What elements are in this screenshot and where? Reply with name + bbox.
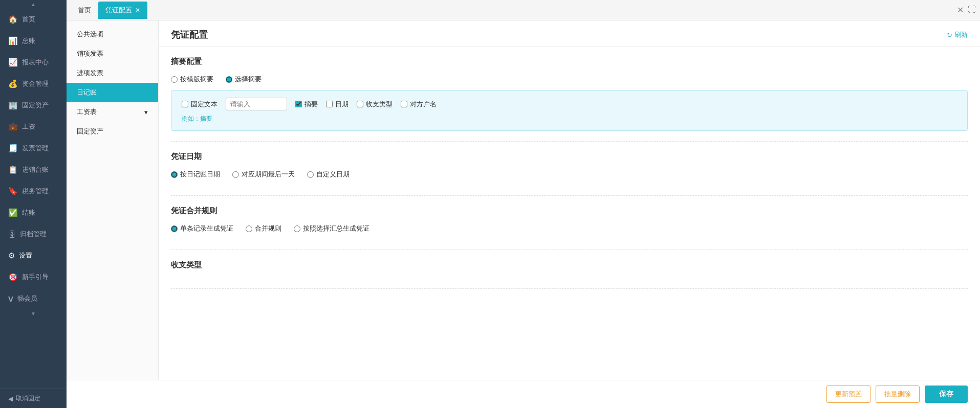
summary-example: 例如：摘要	[182, 115, 957, 123]
radio-single-record[interactable]: 单条记录生成凭证	[171, 224, 233, 233]
voucher-date-radio-group: 按日记账日期 对应期间最后一天 自定义日期	[171, 170, 968, 179]
income-type-title: 收支类型	[171, 260, 968, 270]
checkbox-date-label: 日期	[335, 100, 349, 109]
radio-custom-date[interactable]: 自定义日期	[307, 170, 350, 179]
radio-by-journal-date[interactable]: 按日记账日期	[171, 170, 220, 179]
tab-home[interactable]: 首页	[71, 2, 98, 19]
refresh-icon: ↻	[947, 31, 952, 39]
left-nav-public-options[interactable]: 公共选项	[67, 25, 158, 44]
sidebar-item-new-guide[interactable]: 🎯 新手引导	[0, 266, 67, 288]
radio-single-record-label: 单条记录生成凭证	[180, 224, 233, 233]
checkbox-counterparty-input[interactable]	[401, 101, 407, 107]
archive-icon: 🗄	[8, 230, 16, 239]
fixed-text-input[interactable]	[226, 98, 287, 110]
sidebar-label-tax-management: 税务管理	[22, 187, 49, 196]
tab-voucher-config[interactable]: 凭证配置 ✕	[98, 2, 147, 19]
window-expand-icon[interactable]: ⛶	[968, 5, 976, 15]
checkbox-fixed-text-input[interactable]	[182, 101, 188, 107]
checkbox-income-type-input[interactable]	[357, 101, 363, 107]
sidebar-item-report-center[interactable]: 📈 报表中心	[0, 52, 67, 73]
checkbox-fixed-text[interactable]: 固定文本	[182, 100, 217, 109]
summary-config-box: 固定文本 摘要 日期	[171, 90, 968, 131]
sidebar-item-settings[interactable]: ⚙ 设置	[0, 245, 67, 266]
left-nav-label-journal: 日记账	[77, 88, 97, 97]
fund-icon: 💰	[8, 79, 18, 88]
update-preview-button[interactable]: 更新预置	[826, 386, 870, 403]
radio-last-period-input[interactable]	[232, 171, 239, 178]
summary-config-title: 摘要配置	[171, 57, 968, 66]
radio-by-journal-date-input[interactable]	[171, 171, 178, 178]
sidebar-item-purchase-sales[interactable]: 📋 进销台账	[0, 159, 67, 180]
sidebar-label-general-ledger: 总账	[22, 36, 35, 46]
sidebar-item-fixed-assets[interactable]: 🏢 固定资产	[0, 95, 67, 116]
radio-template-summary[interactable]: 按模版摘要	[171, 75, 213, 84]
checkbox-date-input[interactable]	[326, 101, 333, 107]
chevron-down-icon: ▾	[144, 108, 148, 116]
sidebar-item-general-ledger[interactable]: 📊 总账	[0, 30, 67, 52]
checkbox-summary[interactable]: 摘要	[295, 100, 318, 109]
voucher-merge-title: 凭证合并规则	[171, 206, 968, 216]
left-nav-sales-invoice[interactable]: 销项发票	[67, 44, 158, 63]
sidebar-scroll-up[interactable]: ▲	[0, 0, 67, 9]
left-nav-fixed-assets[interactable]: 固定资产	[67, 122, 158, 141]
check-icon: ✅	[8, 208, 18, 217]
radio-by-selection-label: 按照选择汇总生成凭证	[303, 224, 369, 233]
sidebar-label-fixed-assets: 固定资产	[22, 101, 49, 110]
checkbox-counterparty[interactable]: 对方户名	[401, 100, 437, 109]
sidebar-item-archive[interactable]: 🗄 归档管理	[0, 223, 67, 245]
refresh-button[interactable]: ↻ 刷新	[947, 30, 968, 39]
sidebar-unpin-label: 取消固定	[16, 394, 40, 403]
sidebar-item-home[interactable]: 🏠 首页	[0, 9, 67, 30]
checkbox-summary-input[interactable]	[295, 101, 302, 107]
sidebar-label-invoice-management: 发票管理	[22, 144, 49, 153]
tab-controls: ✕ ⛶	[957, 5, 976, 15]
checkbox-date[interactable]: 日期	[326, 100, 349, 109]
summary-config-row: 固定文本 摘要 日期	[182, 98, 957, 110]
right-panel: 凭证配置 ↻ 刷新 摘要配置 按模版摘要	[159, 20, 980, 408]
sidebar-item-tax-management[interactable]: 🔖 税务管理	[0, 180, 67, 202]
voucher-date-title: 凭证日期	[171, 152, 968, 162]
checkbox-summary-label: 摘要	[304, 100, 318, 109]
building-icon: 🏢	[8, 101, 18, 110]
radio-last-period[interactable]: 对应期间最后一天	[232, 170, 295, 179]
radio-merge-rule[interactable]: 合并规则	[246, 224, 281, 233]
sidebar-label-payroll: 工资	[22, 122, 35, 131]
tax-icon: 🔖	[8, 187, 18, 196]
checkbox-income-type[interactable]: 收支类型	[357, 100, 393, 109]
radio-single-record-input[interactable]	[171, 225, 178, 232]
guide-icon: 🎯	[8, 273, 18, 282]
refresh-label: 刷新	[954, 30, 968, 39]
save-button[interactable]: 保存	[925, 386, 968, 403]
batch-delete-button[interactable]: 批量删除	[876, 386, 920, 403]
sidebar-item-payroll[interactable]: 💼 工资	[0, 116, 67, 138]
tab-home-label: 首页	[78, 6, 91, 15]
radio-template-summary-input[interactable]	[171, 76, 178, 83]
sidebar-item-invoice-management[interactable]: 🧾 发票管理	[0, 138, 67, 159]
radio-by-selection[interactable]: 按照选择汇总生成凭证	[294, 224, 369, 233]
sidebar-unpin-button[interactable]: ◀ 取消固定	[0, 389, 67, 408]
sidebar-item-fund-management[interactable]: 💰 资金管理	[0, 73, 67, 95]
sidebar-scroll-down[interactable]: ▼	[0, 309, 67, 318]
sidebar-label-settings: 设置	[19, 251, 32, 260]
left-nav: 公共选项 销项发票 进项发票 日记账 工资表 ▾ 固定资产	[67, 20, 159, 408]
left-nav-label-public-options: 公共选项	[77, 30, 103, 39]
main-content: 摘要配置 按模版摘要 选择摘要	[159, 47, 980, 408]
left-nav-journal[interactable]: 日记账	[67, 83, 158, 102]
sidebar: ▲ 🏠 首页 📊 总账 📈 报表中心 💰 资金管理 🏢 固定资产 💼 工资 🧾 …	[0, 0, 67, 408]
radio-last-period-label: 对应期间最后一天	[242, 170, 295, 179]
radio-select-summary[interactable]: 选择摘要	[226, 75, 262, 84]
sidebar-item-closing[interactable]: ✅ 结账	[0, 202, 67, 223]
tab-close-icon[interactable]: ✕	[135, 7, 140, 14]
radio-custom-date-input[interactable]	[307, 171, 314, 178]
left-nav-purchase-invoice[interactable]: 进项发票	[67, 63, 158, 83]
radio-merge-rule-input[interactable]	[246, 225, 252, 232]
left-nav-payroll-table[interactable]: 工资表 ▾	[67, 102, 158, 122]
radio-by-selection-input[interactable]	[294, 225, 300, 232]
left-nav-label-payroll-table: 工资表	[77, 107, 97, 117]
window-close-icon[interactable]: ✕	[957, 5, 964, 15]
report-icon: 📈	[8, 58, 18, 67]
radio-select-summary-input[interactable]	[226, 76, 232, 83]
sidebar-item-member[interactable]: V 畅会员	[0, 288, 67, 309]
sidebar-label-archive: 归档管理	[20, 230, 47, 239]
tab-voucher-config-label: 凭证配置	[105, 6, 132, 15]
